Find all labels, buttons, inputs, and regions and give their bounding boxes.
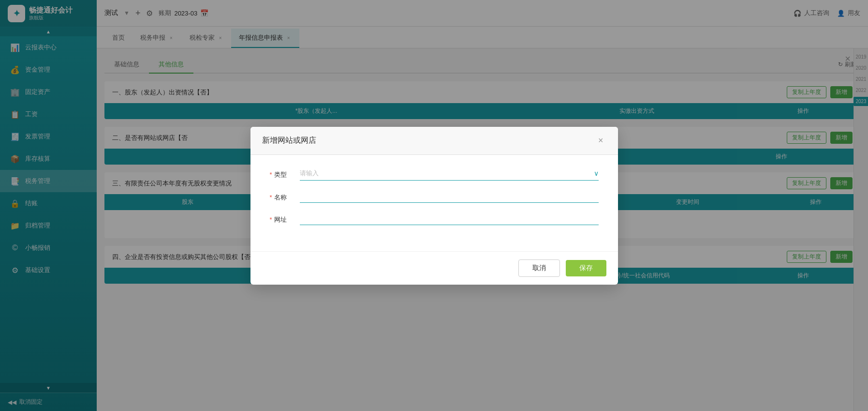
url-input-wrap [300, 214, 599, 225]
modal-header: 新增网站或网店 × [250, 127, 618, 155]
modal-footer: 取消 保存 [250, 251, 618, 285]
form-label-type: *类型 [270, 170, 294, 179]
modal-overlay[interactable]: 新增网站或网店 × *类型 ∨ *名称 [0, 0, 868, 411]
form-field-url: *网址 [270, 214, 599, 225]
url-input[interactable] [300, 214, 599, 222]
cancel-button[interactable]: 取消 [518, 259, 560, 277]
form-label-name: *名称 [270, 193, 294, 202]
type-input[interactable] [300, 169, 590, 177]
form-field-name: *名称 [270, 192, 599, 203]
modal-body: *类型 ∨ *名称 *网址 [250, 155, 618, 251]
modal-add-website: 新增网站或网店 × *类型 ∨ *名称 [250, 127, 618, 285]
type-input-wrap: ∨ [300, 169, 599, 181]
name-input[interactable] [300, 192, 599, 199]
form-field-type: *类型 ∨ [270, 169, 599, 181]
modal-close-button[interactable]: × [595, 135, 606, 147]
modal-title: 新增网站或网店 [262, 136, 316, 146]
required-star-url: * [270, 216, 272, 223]
name-input-wrap [300, 192, 599, 203]
form-label-url: *网址 [270, 215, 294, 224]
dropdown-arrow-icon[interactable]: ∨ [594, 169, 599, 177]
save-button[interactable]: 保存 [566, 260, 606, 276]
required-star-type: * [270, 171, 272, 178]
required-star-name: * [270, 194, 272, 201]
